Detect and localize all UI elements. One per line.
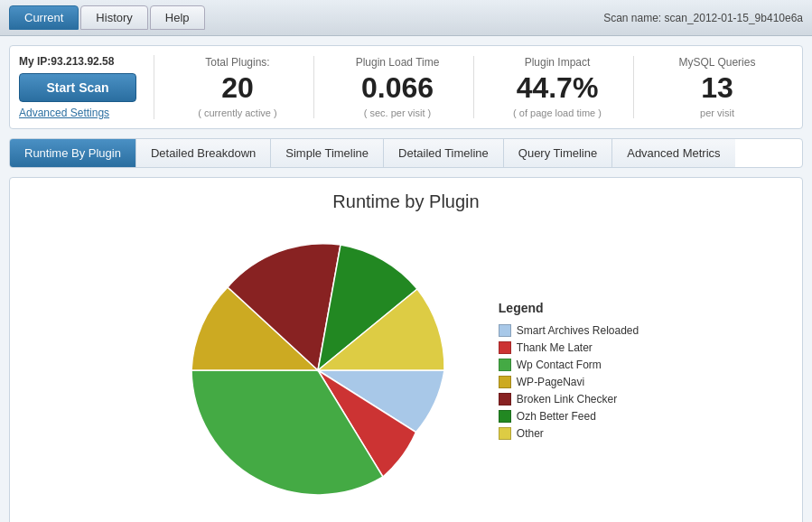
legend-label-2: Wp Contact Form xyxy=(517,359,602,371)
legend-item-1: Thank Me Later xyxy=(499,341,639,354)
mysql-queries-value: 13 xyxy=(650,72,784,104)
advanced-settings-link[interactable]: Advanced Settings xyxy=(19,107,109,119)
legend-label-1: Thank Me Later xyxy=(517,341,593,354)
plugin-load-time-sub: ( sec. per visit ) xyxy=(331,107,464,118)
stat-plugin-impact: Plugin Impact 44.7% ( of page load time … xyxy=(481,56,634,117)
legend-item-3: WP-PageNavi xyxy=(499,376,639,388)
legend-color-0 xyxy=(499,324,511,337)
total-plugins-label: Total Plugins: xyxy=(171,56,304,69)
chart-content: Legend Smart Archives Reloaded Thank Me … xyxy=(23,226,789,515)
top-navigation: Current History Help Scan name: scan_201… xyxy=(0,0,812,36)
legend-item-4: Broken Link Checker xyxy=(499,393,639,405)
legend-label-4: Broken Link Checker xyxy=(517,393,617,405)
start-scan-button[interactable]: Start Scan xyxy=(19,73,136,102)
nav-tab-group: Current History Help xyxy=(9,5,205,30)
plugin-impact-value: 44.7% xyxy=(490,72,624,104)
tab-current[interactable]: Current xyxy=(9,5,79,30)
legend-color-5 xyxy=(499,410,511,423)
my-ip-label: My IP:93.213.92.58 xyxy=(19,55,114,68)
stat-plugin-load-time: Plugin Load Time 0.066 ( sec. per visit … xyxy=(322,56,474,117)
tab-detailed-breakdown[interactable]: Detailed Breakdown xyxy=(136,139,271,167)
stat-total-plugins: Total Plugins: 20 ( currently active ) xyxy=(162,56,314,117)
legend-item-0: Smart Archives Reloaded xyxy=(499,324,639,337)
legend-color-3 xyxy=(499,376,511,388)
chart-legend: Legend Smart Archives Reloaded Thank Me … xyxy=(499,301,639,440)
legend-color-1 xyxy=(499,341,511,354)
plugin-impact-sub: ( of page load time ) xyxy=(490,107,624,118)
ip-section: My IP:93.213.92.58 Start Scan Advanced S… xyxy=(19,55,154,119)
legend-label-0: Smart Archives Reloaded xyxy=(517,324,639,337)
legend-color-2 xyxy=(499,359,511,371)
chart-area: Runtime by Plugin xyxy=(9,177,803,522)
pie-chart xyxy=(173,226,462,515)
legend-color-4 xyxy=(499,393,511,405)
legend-label-5: Ozh Better Feed xyxy=(517,410,596,423)
ip-value: 93.213.92.58 xyxy=(51,55,114,68)
mysql-queries-sub: per visit xyxy=(650,107,784,118)
legend-title: Legend xyxy=(499,301,639,315)
tab-query-timeline[interactable]: Query Timeline xyxy=(504,139,612,167)
chart-title: Runtime by Plugin xyxy=(23,191,789,212)
plugin-load-time-label: Plugin Load Time xyxy=(331,56,464,69)
tab-runtime-by-plugin[interactable]: Runtime By Plugin xyxy=(10,139,136,167)
mysql-queries-label: MySQL Queries xyxy=(650,56,784,69)
legend-item-6: Other xyxy=(499,427,639,440)
legend-item-2: Wp Contact Form xyxy=(499,359,639,371)
main-content: My IP:93.213.92.58 Start Scan Advanced S… xyxy=(0,36,812,522)
total-plugins-sub: ( currently active ) xyxy=(171,107,304,118)
tab-history[interactable]: History xyxy=(80,5,147,30)
stat-mysql-queries: MySQL Queries 13 per visit xyxy=(641,56,793,117)
plugin-impact-label: Plugin Impact xyxy=(490,56,624,69)
scan-name-label: Scan name: scan_2012-01-15_9b410e6a xyxy=(603,12,803,24)
content-tab-row: Runtime By Plugin Detailed Breakdown Sim… xyxy=(9,138,803,168)
legend-color-6 xyxy=(499,427,511,440)
tab-help[interactable]: Help xyxy=(150,5,205,30)
legend-label-6: Other xyxy=(517,427,544,440)
total-plugins-value: 20 xyxy=(171,72,304,104)
plugin-load-time-value: 0.066 xyxy=(331,72,464,104)
tab-advanced-metrics[interactable]: Advanced Metrics xyxy=(612,139,734,167)
legend-label-3: WP-PageNavi xyxy=(517,376,584,388)
legend-item-5: Ozh Better Feed xyxy=(499,410,639,423)
tab-simple-timeline[interactable]: Simple Timeline xyxy=(271,139,384,167)
tab-detailed-timeline[interactable]: Detailed Timeline xyxy=(384,139,504,167)
stats-row: My IP:93.213.92.58 Start Scan Advanced S… xyxy=(9,45,803,129)
